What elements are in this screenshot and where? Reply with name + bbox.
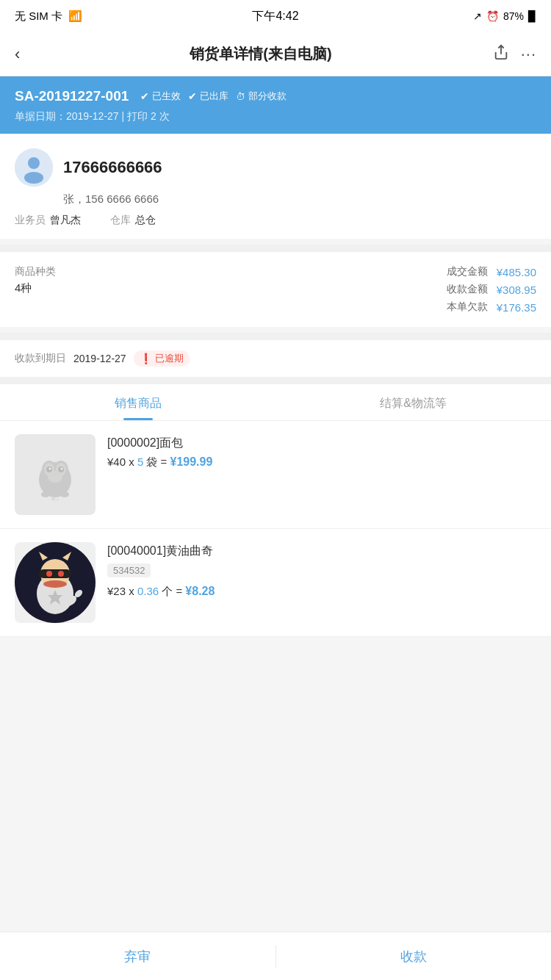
product-image-circle-2 bbox=[15, 542, 96, 623]
carrier-text: 无 SIM 卡 bbox=[15, 10, 62, 24]
overdue-icon: ❗ bbox=[140, 353, 152, 364]
list-item: [00040001]黄油曲奇 534532 ¥23 x 0.36 个 = ¥8.… bbox=[0, 529, 551, 637]
svg-point-11 bbox=[49, 468, 51, 470]
deal-amount-row: 成交金额 ¥485.30 bbox=[447, 265, 536, 278]
order-id: SA-20191227-001 bbox=[15, 88, 129, 104]
nav-bar: ‹ 销货单详情(来自电脑) ··· bbox=[0, 32, 551, 76]
svg-point-22 bbox=[46, 571, 52, 577]
product-list: 量+ [0000002]面包 ¥40 x 5 袋 = ¥199.99 bbox=[0, 421, 551, 637]
product-total-2: ¥8.28 bbox=[185, 585, 215, 597]
svg-point-23 bbox=[58, 571, 64, 577]
status-badge-3: ⏱ 部分收款 bbox=[236, 90, 287, 103]
banner-badges: ✔ 已生效 ✔ 已出库 ⏱ 部分收款 bbox=[140, 90, 287, 103]
deal-amount-value: ¥485.30 bbox=[497, 266, 536, 278]
status-time: 下午4:42 bbox=[252, 9, 298, 24]
stats-section: 商品种类 4种 成交金额 ¥485.30 收款金额 ¥308.95 本单欠款 ¥… bbox=[0, 252, 551, 327]
received-amount-value: ¥308.95 bbox=[497, 284, 536, 296]
product-sku-2: 534532 bbox=[107, 563, 151, 577]
divider-1 bbox=[0, 245, 551, 252]
svg-point-13 bbox=[48, 471, 62, 483]
customer-phone: 17666666666 bbox=[63, 158, 162, 177]
tabs-bar: 销售商品 结算&物流等 bbox=[0, 384, 551, 421]
check-icon-2: ✔ bbox=[188, 90, 197, 102]
bottom-bar: 弃审 收款 bbox=[0, 932, 551, 980]
owed-amount-row: 本单欠款 ¥176.35 bbox=[447, 300, 536, 314]
received-amount-label: 收款金额 bbox=[447, 283, 488, 296]
status-left: 无 SIM 卡 📶 bbox=[15, 10, 82, 24]
nav-actions: ··· bbox=[478, 44, 536, 64]
product-type-count: 4种 bbox=[15, 281, 56, 295]
product-info-1: [0000002]面包 ¥40 x 5 袋 = ¥199.99 bbox=[107, 434, 536, 469]
svg-point-12 bbox=[61, 468, 63, 470]
svg-point-15 bbox=[60, 491, 69, 497]
svg-point-27 bbox=[43, 580, 67, 588]
reject-button[interactable]: 弃审 bbox=[0, 932, 276, 980]
status-bar: 无 SIM 卡 📶 下午4:42 ↗ ⏰ 87% ▉ bbox=[0, 0, 551, 32]
svg-rect-21 bbox=[39, 569, 71, 578]
salesperson-field: 业务员 曾凡杰 bbox=[15, 214, 81, 227]
warehouse-value: 总仓 bbox=[135, 214, 156, 227]
battery-icon: ▉ bbox=[528, 10, 536, 22]
more-button[interactable]: ··· bbox=[521, 45, 536, 64]
product-name-1: [0000002]面包 bbox=[107, 436, 536, 451]
location-icon: ↗ bbox=[473, 10, 482, 22]
product-image-2 bbox=[15, 542, 96, 623]
status-right: ↗ ⏰ 87% ▉ bbox=[473, 10, 536, 22]
stats-left: 商品种类 4种 bbox=[15, 265, 56, 295]
banner-row1: SA-20191227-001 ✔ 已生效 ✔ 已出库 ⏱ 部分收款 bbox=[15, 88, 536, 104]
owed-amount-value: ¥176.35 bbox=[497, 301, 536, 314]
product-price-row-2: ¥23 x 0.36 个 = ¥8.28 bbox=[107, 585, 536, 599]
product-qty-1: 5 bbox=[137, 455, 143, 468]
customer-name: 张，156 6666 6666 bbox=[15, 192, 536, 206]
divider-3 bbox=[0, 377, 551, 384]
customer-section: 17666666666 张，156 6666 6666 业务员 曾凡杰 仓库 总… bbox=[0, 134, 551, 239]
svg-point-2 bbox=[28, 157, 40, 169]
bottom-spacer bbox=[0, 637, 551, 696]
product-info-2: [00040001]黄油曲奇 534532 ¥23 x 0.36 个 = ¥8.… bbox=[107, 542, 536, 599]
salesperson-label: 业务员 bbox=[15, 214, 46, 227]
customer-row: 17666666666 bbox=[15, 148, 536, 187]
status-badge-1: ✔ 已生效 bbox=[140, 90, 181, 103]
product-type-label: 商品种类 bbox=[15, 265, 56, 278]
due-date-value: 2019-12-27 bbox=[73, 353, 126, 364]
svg-point-14 bbox=[41, 491, 50, 497]
back-button[interactable]: ‹ bbox=[15, 45, 44, 64]
overdue-text: 已逾期 bbox=[155, 352, 184, 365]
product-total-1: ¥199.99 bbox=[170, 455, 213, 468]
wifi-icon: 📶 bbox=[68, 10, 82, 23]
alarm-icon: ⏰ bbox=[486, 10, 499, 22]
product-name-2: [00040001]黄油曲奇 bbox=[107, 544, 536, 559]
divider-2 bbox=[0, 333, 551, 340]
battery-text: 87% bbox=[503, 10, 524, 22]
stats-right: 成交金额 ¥485.30 收款金额 ¥308.95 本单欠款 ¥176.35 bbox=[447, 265, 536, 314]
page-title: 销货单详情(来自电脑) bbox=[44, 44, 478, 64]
received-amount-row: 收款金额 ¥308.95 bbox=[447, 283, 536, 296]
clock-icon: ⏱ bbox=[236, 91, 245, 102]
status-badge-2: ✔ 已出库 bbox=[188, 90, 228, 103]
svg-text:量+: 量+ bbox=[51, 497, 59, 500]
warehouse-label: 仓库 bbox=[110, 214, 131, 227]
svg-point-3 bbox=[24, 172, 43, 184]
deal-amount-label: 成交金额 bbox=[447, 265, 488, 278]
warehouse-field: 仓库 总仓 bbox=[110, 214, 156, 227]
check-icon-1: ✔ bbox=[140, 90, 149, 102]
tab-sales-products[interactable]: 销售商品 bbox=[0, 384, 276, 420]
overdue-badge: ❗ 已逾期 bbox=[134, 350, 190, 367]
banner-date: 单据日期：2019-12-27 | 打印 2 次 bbox=[15, 110, 536, 123]
share-button[interactable] bbox=[493, 44, 509, 64]
due-date-label: 收款到期日 bbox=[15, 352, 66, 365]
info-banner: SA-20191227-001 ✔ 已生效 ✔ 已出库 ⏱ 部分收款 单据日期：… bbox=[0, 76, 551, 134]
collect-button[interactable]: 收款 bbox=[276, 932, 552, 980]
due-date-section: 收款到期日 2019-12-27 ❗ 已逾期 bbox=[0, 340, 551, 377]
product-price-row-1: ¥40 x 5 袋 = ¥199.99 bbox=[107, 455, 536, 469]
tab-settlement[interactable]: 结算&物流等 bbox=[276, 384, 551, 420]
avatar bbox=[15, 148, 53, 187]
product-image-1: 量+ bbox=[15, 434, 96, 515]
product-qty-2: 0.36 bbox=[137, 585, 159, 597]
customer-meta: 业务员 曾凡杰 仓库 总仓 bbox=[15, 214, 536, 227]
list-item: 量+ [0000002]面包 ¥40 x 5 袋 = ¥199.99 bbox=[0, 421, 551, 529]
salesperson-value: 曾凡杰 bbox=[50, 214, 81, 227]
owed-amount-label: 本单欠款 bbox=[447, 300, 488, 314]
